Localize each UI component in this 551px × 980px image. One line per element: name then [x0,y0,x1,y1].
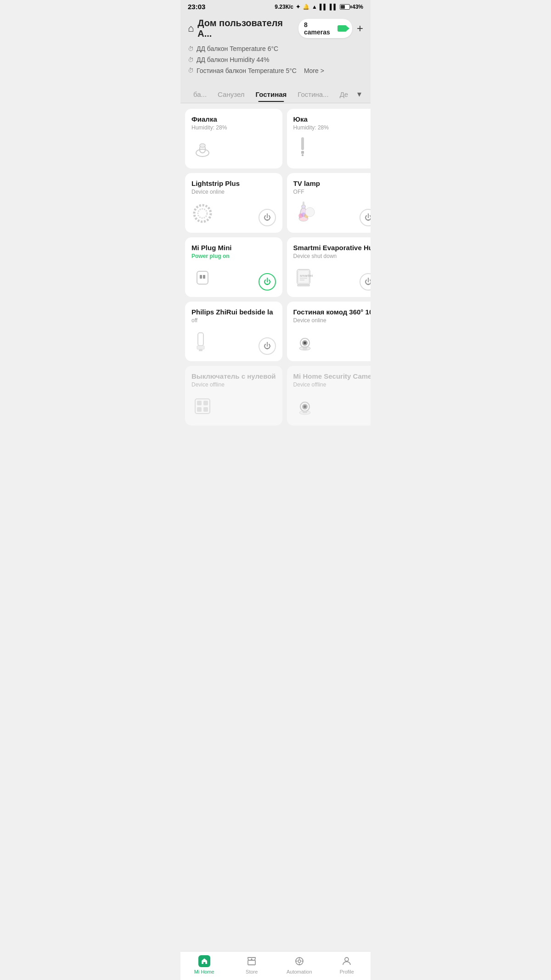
device-card-mihomecam[interactable]: Mi Home Security Camer Device offline [287,366,371,426]
svg-rect-25 [198,333,203,346]
plug-icon [191,267,214,289]
tab-sanuzzel[interactable]: Санузел [212,87,250,102]
power-button-philips[interactable]: ⏻ [259,337,276,355]
weather-line-2: ДД балкон Humidity 44% [197,55,270,66]
device-icon-area-gostcam [293,326,371,355]
svg-rect-37 [203,407,208,412]
device-card-gostcam[interactable]: Гостиная комод 360° 108 Device online [287,302,371,361]
power-button-lightstrip[interactable]: ⏻ [259,209,276,226]
svg-rect-22 [300,278,307,279]
devices-grid: Фиалка Humidity: 28% Юка Humidity: 28% L… [180,103,371,431]
svg-point-6 [194,205,211,222]
weather-line-3: Гостиная балкон Temperature 5°C [197,66,297,77]
svg-point-7 [198,209,207,218]
device-icon-area-fialka [191,134,276,162]
camera-360-icon [293,330,316,353]
weather-line-1: ДД балкон Temperature 6°C [197,44,278,55]
status-time: 23:03 [188,3,205,11]
humidifier-icon [191,138,214,160]
cameras-label: 8 cameras [304,21,335,36]
device-card-lightstrip[interactable]: Lightstrip Plus Device online ⏻ [185,173,282,233]
bluetooth-icon: ✦ [296,4,300,10]
device-icon-area-vykl [191,392,276,419]
device-icon-area-tvlamp [293,196,371,226]
device-status-smartmi: Device shut down [293,253,371,259]
weather-info: ⏱ ДД балкон Temperature 6°C ⏱ ДД балкон … [188,44,363,76]
device-status-miplug: Power plug on [191,253,276,259]
device-name-lightstrip: Lightstrip Plus [191,179,276,187]
svg-rect-11 [303,202,304,206]
svg-rect-24 [297,284,310,286]
device-card-tvlamp[interactable]: TV lamp OFF ⏻ [287,173,371,233]
device-card-vykl[interactable]: Выключатель с нулевой Device offline [185,366,282,426]
svg-point-15 [305,207,315,217]
svg-rect-36 [197,407,202,412]
battery-percent: 43% [352,4,363,10]
tab-gostinaya[interactable]: Гостиная [250,87,292,102]
device-name-gostcam: Гостиная комод 360° 108 [293,308,371,316]
clock-icon-3: ⏱ [188,66,194,76]
device-name-fialka: Фиалка [191,115,276,123]
bedside-lamp-icon [191,329,210,353]
power-button-miplug[interactable]: ⏻ [259,273,276,291]
tab-de[interactable]: Де [334,87,354,102]
svg-point-2 [200,144,205,147]
tabs-dropdown-icon[interactable]: ▾ [355,85,363,103]
header-title: ⌂ Дом пользователя А... [188,18,298,39]
svg-rect-32 [303,347,307,350]
add-device-button[interactable]: + [357,22,363,35]
status-bar: 23:03 9.23К/с ✦ 🔔 ▲ ▌▌ ▌▌ 43% [180,0,371,13]
svg-rect-17 [200,275,202,279]
device-status-yuka: Humidity: 28% [293,124,371,131]
wifi-icon: ▲ [312,4,317,10]
colorlamp-icon [293,199,315,224]
device-status-philips: off [191,317,276,324]
svg-point-31 [304,342,306,344]
device-status-lightstrip: Device online [191,189,276,195]
device-card-philips[interactable]: Philips ZhiRui bedside la off ⏻ [185,302,282,361]
device-status-vykl: Device offline [191,381,276,388]
svg-rect-3 [301,137,304,150]
clock-icon-1: ⏱ [188,44,194,54]
svg-text:smartmi: smartmi [300,274,313,278]
home-house-icon: ⌂ [188,22,194,34]
device-card-yuka[interactable]: Юка Humidity: 28% [287,109,371,168]
bulb-thin-icon [293,135,312,160]
device-card-smartmi[interactable]: Smartmi Evaporative Hur Device shut down… [287,237,371,297]
battery-icon [340,4,350,10]
svg-rect-34 [197,401,202,405]
device-name-vykl: Выключатель с нулевой [191,372,276,380]
weather-row-1: ⏱ ДД балкон Temperature 6°C [188,44,363,55]
mute-icon: 🔔 [303,4,309,10]
room-tabs: ба... Санузел Гостиная Гостина... Де ▾ [180,82,371,103]
device-icon-area-mihomecam [293,391,371,419]
device-status-tvlamp: OFF [293,189,371,195]
svg-rect-16 [197,271,208,284]
svg-rect-26 [197,346,204,349]
signal-icon: ▌▌ [320,4,327,10]
tab-gostina[interactable]: Гостина... [292,87,334,102]
tab-ba[interactable]: ба... [188,87,212,102]
device-card-fialka[interactable]: Фиалка Humidity: 28% [185,109,282,168]
clock-icon-2: ⏱ [188,55,194,65]
more-link[interactable]: More > [304,66,324,77]
device-status-gostcam: Device online [293,317,371,324]
svg-rect-18 [203,275,205,279]
signal-icon2: ▌▌ [330,4,337,10]
svg-point-41 [304,405,306,408]
svg-rect-4 [301,151,304,154]
network-speed: 9.23К/с [275,4,293,10]
device-name-smartmi: Smartmi Evaporative Hur [293,244,371,252]
cameras-badge[interactable]: 8 cameras [298,19,352,38]
svg-rect-35 [203,401,208,405]
home-name: Дом пользователя А... [197,18,298,39]
switch-icon [191,395,214,417]
device-status-mihomecam: Device offline [293,381,371,388]
device-card-miplug[interactable]: Mi Plug Mini Power plug on ⏻ [185,237,282,297]
device-name-mihomecam: Mi Home Security Camer [293,372,371,380]
device-name-yuka: Юка [293,115,371,123]
weather-row-3: ⏱ Гостиная балкон Temperature 5°C More > [188,66,363,77]
device-name-tvlamp: TV lamp [293,179,371,187]
header-top: ⌂ Дом пользователя А... 8 cameras + [188,18,363,39]
svg-rect-23 [300,280,304,280]
